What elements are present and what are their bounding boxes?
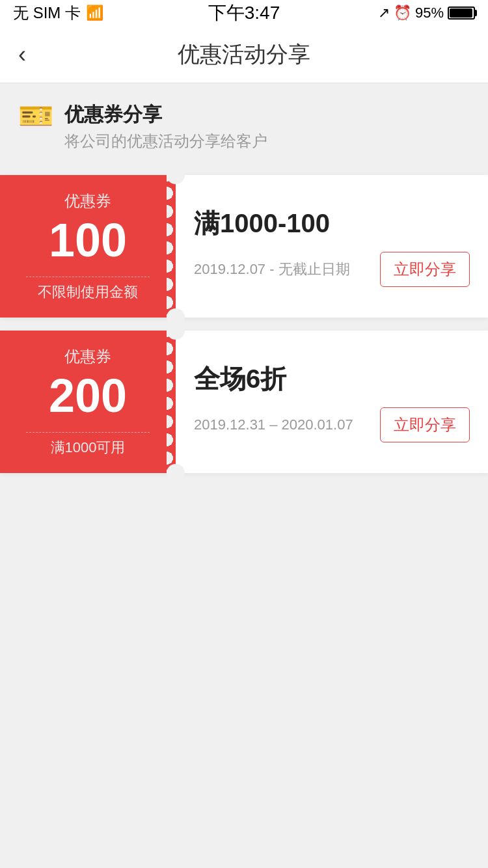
share-button-0[interactable]: 立即分享 [380, 252, 470, 287]
coupon-card: 优惠券 200 满1000可用 全场6折 2019.12.31 – 2020.0… [0, 331, 488, 473]
battery-icon [448, 7, 475, 20]
coupon-right-1: 全场6折 2019.12.31 – 2020.01.07 立即分享 [176, 331, 488, 473]
coupon-left-1: 优惠券 200 满1000可用 [0, 331, 176, 473]
carrier-text: 无 SIM 卡 [13, 3, 81, 23]
alarm-icon: ⏰ [394, 5, 411, 21]
wifi-icon: 📶 [86, 5, 103, 21]
status-left: 无 SIM 卡 📶 [13, 3, 103, 23]
status-bar: 无 SIM 卡 📶 下午3:47 ↗ ⏰ 95% [0, 0, 488, 26]
coupon-bottom-row-0: 2019.12.07 - 无截止日期 立即分享 [194, 252, 470, 287]
coupon-list: 优惠券 100 不限制使用金额 满1000-100 2019.12.07 - 无… [0, 175, 488, 504]
coupon-card: 优惠券 100 不限制使用金额 满1000-100 2019.12.07 - 无… [0, 175, 488, 318]
section-title: 优惠券分享 [64, 102, 267, 128]
coupon-divider-0 [26, 277, 150, 277]
nav-bar: ‹ 优惠活动分享 [0, 26, 488, 83]
coupon-label-0: 优惠券 [64, 191, 111, 211]
coupon-date-1: 2019.12.31 – 2020.01.07 [194, 416, 353, 433]
coupon-date-0: 2019.12.07 - 无截止日期 [194, 260, 350, 279]
battery-percent: 95% [415, 5, 444, 21]
back-button[interactable]: ‹ [18, 41, 26, 68]
coupon-condition-0: 不限制使用金额 [38, 282, 138, 302]
notch-top-1 [167, 321, 185, 340]
share-button-1[interactable]: 立即分享 [380, 407, 470, 442]
notch-top-0 [167, 166, 185, 184]
status-time: 下午3:47 [208, 1, 280, 25]
notch-bottom-1 [167, 464, 185, 482]
coupon-left-0: 优惠券 100 不限制使用金额 [0, 175, 176, 318]
section-subtitle: 将公司的优惠活动分享给客户 [64, 131, 267, 152]
coupon-bottom-row-1: 2019.12.31 – 2020.01.07 立即分享 [194, 407, 470, 442]
coupon-divider-1 [26, 432, 150, 433]
coupon-name-1: 全场6折 [194, 361, 470, 397]
coupon-name-0: 满1000-100 [194, 206, 470, 241]
coupon-right-0: 满1000-100 2019.12.07 - 无截止日期 立即分享 [176, 175, 488, 318]
location-icon: ↗ [378, 5, 390, 21]
background-fill [0, 504, 488, 830]
coupon-amount-1: 200 [49, 372, 127, 419]
coupon-label-1: 优惠券 [64, 346, 111, 367]
section-icon: 🎫 [18, 102, 54, 130]
section-header: 🎫 优惠券分享 将公司的优惠活动分享给客户 [0, 83, 488, 162]
coupon-condition-1: 满1000可用 [51, 438, 126, 457]
page-title: 优惠活动分享 [178, 40, 310, 70]
section-text: 优惠券分享 将公司的优惠活动分享给客户 [64, 102, 267, 152]
status-right: ↗ ⏰ 95% [378, 5, 475, 21]
coupon-amount-0: 100 [49, 217, 127, 264]
